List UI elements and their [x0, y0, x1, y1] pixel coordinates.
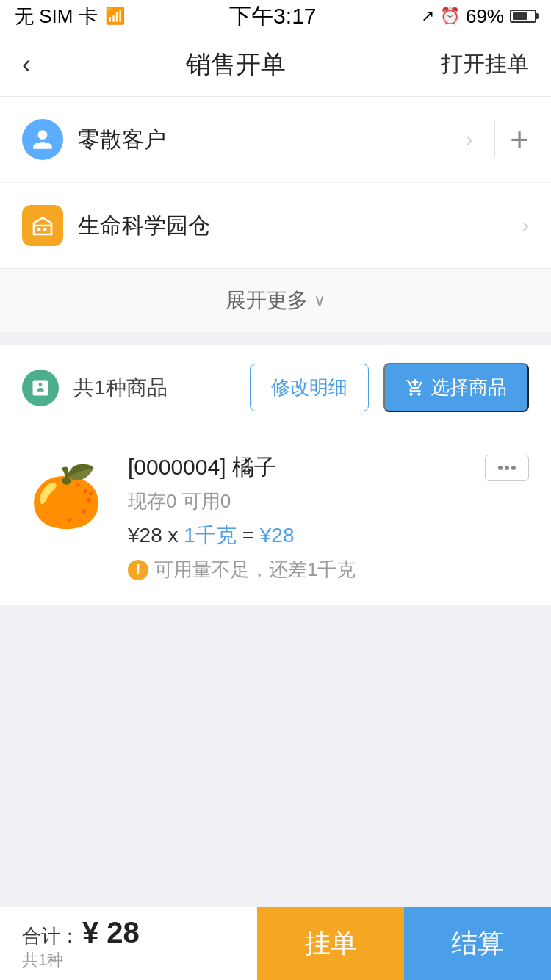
- status-bar: 无 SIM 卡 📶 下午3:17 ↗ ⏰ 69%: [0, 0, 551, 32]
- warehouse-row[interactable]: 生命科学园仓 ›: [0, 183, 551, 268]
- main-content: 零散客户 › + 生命科学园仓 › 展开更多 ∨ 共1种商品 修改明细: [0, 97, 551, 706]
- open-hangup-button[interactable]: 打开挂单: [441, 49, 529, 79]
- page-header: ‹ 销售开单 打开挂单: [0, 32, 551, 97]
- warning-text: 可用量不足，还差1千克: [154, 557, 356, 583]
- dot-icon: [511, 466, 516, 470]
- product-name: 橘子: [232, 455, 276, 479]
- expand-chevron-down-icon: ∨: [314, 291, 325, 310]
- customer-warehouse-section: 零散客户 › + 生命科学园仓 › 展开更多 ∨: [0, 97, 551, 332]
- product-item: 🍊 [0000004] 橘子 现存0 可用0 ¥28: [0, 430, 551, 605]
- cart-plus-icon: [406, 378, 425, 397]
- price-quantity: 1千克: [184, 524, 237, 547]
- expand-more-button[interactable]: 展开更多 ∨: [0, 268, 551, 332]
- customer-avatar: [22, 119, 63, 160]
- bottom-bar: 合计： ¥ 28 共1种 挂单 结算: [0, 907, 551, 980]
- status-right: ↗ ⏰ 69%: [421, 5, 536, 28]
- customer-row[interactable]: 零散客户 › +: [0, 97, 551, 183]
- hangup-button[interactable]: 挂单: [257, 907, 404, 980]
- price-total: ¥28: [260, 524, 295, 547]
- warehouse-icon: [22, 205, 63, 246]
- product-image: 🍊: [22, 453, 110, 541]
- price-equals: =: [242, 524, 260, 547]
- status-carrier: 无 SIM 卡 📶: [15, 4, 125, 29]
- goods-section: 共1种商品 修改明细 选择商品 🍊 [0000004] 橘子: [0, 345, 551, 605]
- add-customer-button[interactable]: +: [494, 121, 529, 158]
- product-id: [0000004]: [128, 455, 226, 479]
- customer-name: 零散客户: [78, 125, 466, 155]
- product-title: [0000004] 橘子: [128, 453, 276, 483]
- battery-icon: [510, 10, 536, 23]
- checkout-button[interactable]: 结算: [404, 907, 551, 980]
- customer-chevron-icon: ›: [466, 128, 472, 151]
- location-icon: ↗: [421, 7, 434, 26]
- product-warning: ! 可用量不足，还差1千克: [128, 557, 529, 583]
- dot-icon: [498, 466, 503, 470]
- page-title: 销售开单: [186, 48, 286, 82]
- goods-icon: [22, 370, 59, 406]
- dot-icon: [505, 466, 509, 470]
- carrier-text: 无 SIM 卡: [15, 4, 98, 29]
- modify-detail-button[interactable]: 修改明细: [250, 364, 369, 411]
- product-title-row: [0000004] 橘子: [128, 453, 529, 483]
- select-goods-label: 选择商品: [431, 375, 507, 400]
- select-goods-button[interactable]: 选择商品: [383, 363, 529, 412]
- back-button[interactable]: ‹: [22, 49, 31, 80]
- product-stock: 现存0 可用0: [128, 489, 529, 514]
- warehouse-chevron-icon: ›: [522, 214, 529, 237]
- product-thumbnail: 🍊: [29, 467, 103, 526]
- alarm-icon: ⏰: [440, 7, 460, 26]
- price-unit: ¥28: [128, 524, 162, 547]
- total-count: 共1种: [22, 949, 235, 971]
- wifi-icon: 📶: [105, 7, 125, 26]
- price-multiply: x: [168, 524, 184, 547]
- total-label: 合计：: [22, 923, 79, 949]
- total-amount: ¥ 28: [82, 916, 140, 949]
- battery-percent: 69%: [466, 5, 504, 28]
- status-time: 下午3:17: [229, 1, 316, 32]
- goods-header: 共1种商品 修改明细 选择商品: [0, 345, 551, 430]
- product-info: [0000004] 橘子 现存0 可用0 ¥28 x 1千克 = ¥2: [128, 453, 529, 583]
- total-area: 合计： ¥ 28 共1种: [0, 907, 257, 980]
- expand-more-label: 展开更多: [226, 287, 308, 314]
- product-more-button[interactable]: [485, 455, 529, 481]
- goods-count-label: 共1种商品: [73, 374, 235, 402]
- warning-icon: !: [128, 560, 148, 580]
- warehouse-name: 生命科学园仓: [78, 211, 522, 241]
- product-price-row: ¥28 x 1千克 = ¥28: [128, 522, 529, 550]
